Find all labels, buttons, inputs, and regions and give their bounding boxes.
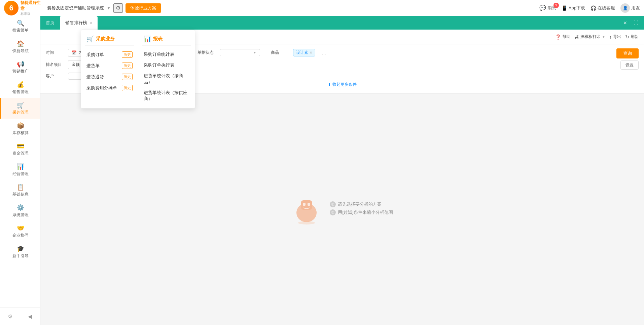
sidebar-item-sales[interactable]: 💰 销售管理 xyxy=(0,78,40,98)
avatar: 👤 xyxy=(620,3,630,13)
dropdown-purchase-header: 🛒 采购业务 xyxy=(85,34,134,46)
dropdown-item-purchase-order-exec[interactable]: 采购订单执行表 xyxy=(142,60,191,71)
print-dropdown-icon[interactable]: ▼ xyxy=(602,35,605,39)
dropdown-item-goods-receipt-by-supplier[interactable]: 进货单统计表（按供应商） xyxy=(142,87,191,104)
purchase-expense-label: 采购费用分摊单 xyxy=(86,85,117,91)
step2-text: 用[过滤]条件来缩小分析范围 xyxy=(338,209,393,215)
purchase-order-history-badge: 历史 xyxy=(122,51,133,58)
sidebar-item-search[interactable]: 🔍 搜索菜单 xyxy=(0,16,40,37)
collapse-icon: ⬆ xyxy=(328,82,331,87)
sidebar-item-purchase[interactable]: 🛒 采购管理 xyxy=(0,98,40,119)
sidebar-item-system[interactable]: ⚙️ 系统管理 xyxy=(0,201,40,221)
tab-fullscreen-icon[interactable]: ⛶ xyxy=(632,19,640,27)
dropdown-item-purchase-expense[interactable]: 采购费用分摊单 历史 xyxy=(85,82,134,93)
card-icon: 💳 xyxy=(17,143,24,150)
step2-num: ② xyxy=(330,209,336,215)
app-logo: 6 xyxy=(4,1,19,15)
sidebar-item-basic-info[interactable]: 📋 基础信息 xyxy=(0,180,40,201)
goods-return-history-badge: 历史 xyxy=(122,74,133,80)
purchase-expense-history-badge: 历史 xyxy=(122,85,133,91)
tab-close-icon[interactable]: × xyxy=(90,21,92,25)
status-select[interactable]: ▼ xyxy=(220,49,260,56)
dropdown-item-goods-return[interactable]: 进货退货 历史 xyxy=(85,71,134,82)
sidebar-settings-btn[interactable]: ⚙ xyxy=(5,311,15,322)
dropdown-item-goods-receipt-by-goods[interactable]: 进货单统计表（按商品） xyxy=(142,71,191,87)
top-bar: 6 畅捷通好生意 标准版 装餐及固定资产辅助管理系统 ▼ ⚙ 体验行业方案 💬 … xyxy=(0,0,644,16)
tab-sales-ranking[interactable]: 销售排行榜 × xyxy=(60,16,98,30)
main-content-empty: ① 请先选择要分析的方案 ② 用[过滤]条件来缩小分析范围 xyxy=(40,94,644,325)
dropdown-item-purchase-order[interactable]: 采购订单 历史 xyxy=(85,49,134,60)
goods-receipt-label: 进货单 xyxy=(86,63,100,69)
purchase-order-exec-label: 采购订单执行表 xyxy=(144,62,174,68)
online-service-item[interactable]: 🎧 在线客服 xyxy=(591,5,615,11)
goods-receipt-by-supplier-label: 进货单统计表（按供应商） xyxy=(144,90,190,102)
purchase-order-label: 采购订单 xyxy=(86,52,104,58)
main-layout: 🔍 搜索菜单 🏠 快捷导航 📢 营销推广 💰 销售管理 🛒 采购管理 📦 xyxy=(0,16,644,325)
user-label: 用友 xyxy=(631,5,640,11)
print-icon: 🖨 xyxy=(574,34,579,40)
industry-button[interactable]: 体验行业方案 xyxy=(126,3,161,13)
goods-more-dots[interactable]: ... xyxy=(322,50,326,55)
goods-tag-value: 设计素 xyxy=(296,50,308,55)
logo-text-block: 畅捷通好生意 标准版 xyxy=(21,0,44,16)
sidebar-item-inventory[interactable]: 📦 库存核算 xyxy=(0,119,40,139)
refresh-icon: ↻ xyxy=(625,34,629,40)
export-btn[interactable]: ↑ 导出 xyxy=(609,34,621,40)
purchase-col-icon: 🛒 xyxy=(86,35,94,43)
step1-text: 请先选择要分析的方案 xyxy=(338,201,382,207)
sidebar-item-finance[interactable]: 💳 资金管理 xyxy=(0,139,40,160)
robot-svg xyxy=(291,194,322,225)
goods-tag-close-icon[interactable]: ✕ xyxy=(310,51,312,54)
notifications-item[interactable]: 💬 9 消息 xyxy=(539,5,556,11)
sidebar-item-newbie[interactable]: 🎓 新手引导 xyxy=(0,242,40,262)
collapse-label: 收起更多条件 xyxy=(332,82,357,87)
notifications-badge: 9 xyxy=(553,3,559,8)
sidebar-item-operations[interactable]: 📊 经营管理 xyxy=(0,160,40,180)
sidebar-label-marketing: 营销推广 xyxy=(12,69,29,74)
sidebar-collapse-btn[interactable]: ◀ xyxy=(25,311,35,322)
print-label: 按模板打印 xyxy=(580,34,601,40)
settings-icon-btn[interactable]: ⚙ xyxy=(113,3,123,13)
chevron-down-icon: ▼ xyxy=(253,51,256,54)
svg-rect-1 xyxy=(301,200,312,210)
home-icon: 🏠 xyxy=(17,40,24,47)
dropdown-menu: 🛒 采购业务 采购订单 历史 进货单 历史 进货退货 历史 xyxy=(81,30,195,109)
svg-point-4 xyxy=(298,221,315,225)
system-title: 装餐及固定资产辅助管理系统 xyxy=(47,5,104,11)
top-bar-left: 6 畅捷通好生意 标准版 装餐及固定资产辅助管理系统 ▼ ⚙ 体验行业方案 xyxy=(4,0,539,16)
user-item[interactable]: 👤 用友 xyxy=(620,3,640,13)
sidebar-item-quick-nav[interactable]: 🏠 快捷导航 xyxy=(0,37,40,57)
cart-icon: 🛒 xyxy=(17,101,24,109)
help-btn[interactable]: ❓ 帮助 xyxy=(555,34,570,40)
purchase-order-stats-label: 采购订单统计表 xyxy=(144,51,174,57)
tab-bar: 首页 销售排行榜 × 🛒 采购业务 采购订单 历史 xyxy=(40,16,644,30)
clipboard-icon: 📋 xyxy=(17,184,24,191)
handshake-icon: 🤝 xyxy=(17,225,24,232)
top-bar-right: 💬 9 消息 📱 App下载 🎧 在线客服 👤 用友 xyxy=(539,3,640,13)
sidebar-item-enterprise[interactable]: 🤝 企业协同 xyxy=(0,221,40,242)
sidebar-label-quick-nav: 快捷导航 xyxy=(12,48,29,54)
filter-settings-button[interactable]: 设置 xyxy=(620,60,639,70)
app-download-item[interactable]: 📱 App下载 xyxy=(562,5,585,11)
phone-icon: 📱 xyxy=(562,5,567,11)
empty-step-1: ① 请先选择要分析的方案 xyxy=(330,201,393,207)
goods-receipt-history-badge: 历史 xyxy=(122,63,133,69)
dropdown-item-goods-receipt[interactable]: 进货单 历史 xyxy=(85,60,134,71)
goods-tag[interactable]: 设计素 ✕ xyxy=(293,49,315,56)
tab-close-all-icon[interactable]: ✕ xyxy=(621,19,629,27)
dropdown-purchase-col: 🛒 采购业务 采购订单 历史 进货单 历史 进货退货 历史 xyxy=(81,34,138,104)
step1-num: ① xyxy=(330,201,336,207)
print-btn[interactable]: 🖨 按模板打印 ▼ xyxy=(574,34,605,40)
export-label: 导出 xyxy=(613,34,621,40)
refresh-btn[interactable]: ↻ 刷新 xyxy=(625,34,639,40)
sidebar-item-marketing[interactable]: 📢 营销推广 xyxy=(0,57,40,78)
megaphone-icon: 📢 xyxy=(17,60,24,68)
query-button[interactable]: 查询 xyxy=(616,48,639,58)
dropdown-item-purchase-order-stats[interactable]: 采购订单统计表 xyxy=(142,49,191,60)
system-title-dropdown[interactable]: ▼ xyxy=(107,6,111,10)
sidebar-label-finance: 资金管理 xyxy=(12,151,29,156)
tab-home[interactable]: 首页 xyxy=(40,16,60,30)
online-service-label: 在线客服 xyxy=(598,5,615,11)
app-download-label: App下载 xyxy=(569,5,585,11)
date-filter-label: 时间 xyxy=(46,50,63,55)
